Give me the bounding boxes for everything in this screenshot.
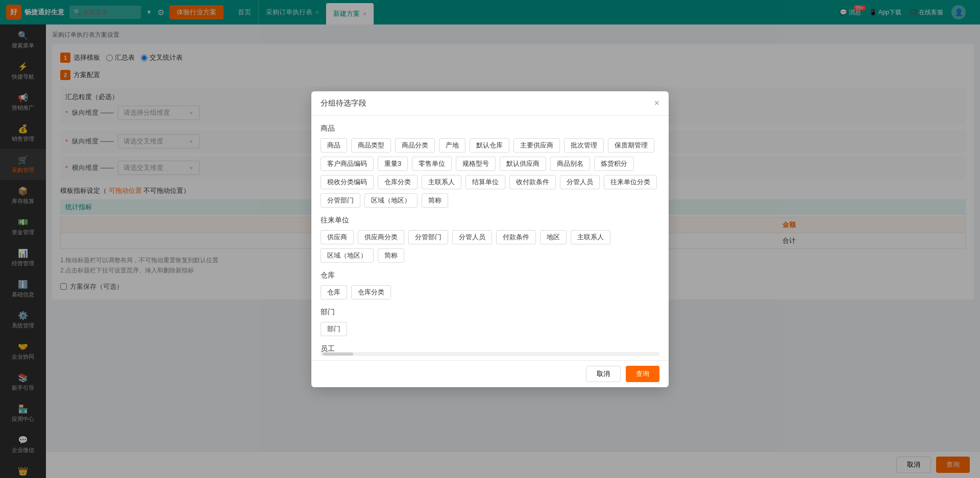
section-employee: 员工 业务员 xyxy=(321,344,659,353)
field-tag-supplier[interactable]: 供应商 xyxy=(321,230,354,244)
modal-hscrollbar[interactable] xyxy=(321,352,659,356)
dept-fields: 部门 xyxy=(321,322,659,336)
partner-fields: 供应商 供应商分类 分管部门 分管人员 付款条件 地区 主联系人 区域（地区） … xyxy=(321,230,659,263)
field-tag-settlement-unit[interactable]: 结算单位 xyxy=(465,175,505,189)
field-tag-batch-mgmt[interactable]: 批次管理 xyxy=(564,138,604,153)
warehouse-fields: 仓库 仓库分类 xyxy=(321,285,659,299)
section-dept-title: 部门 xyxy=(321,308,659,317)
field-tag-shelf-life[interactable]: 保质期管理 xyxy=(608,138,654,153)
field-tag-partner-contact[interactable]: 主联系人 xyxy=(571,230,610,244)
modal-cancel-button[interactable]: 取消 xyxy=(586,366,621,382)
goods-fields: 商品 商品类型 商品分类 产地 默认仓库 主要供应商 批次管理 保质期管理 客户… xyxy=(321,138,659,208)
hscrollbar-thumb[interactable] xyxy=(323,353,353,356)
field-tag-warehouse-category[interactable]: 仓库分类 xyxy=(378,175,418,189)
section-partner-title: 往来单位 xyxy=(321,216,659,225)
field-tag-area[interactable]: 地区 xyxy=(540,230,567,244)
field-tag-warehouse-cat[interactable]: 仓库分类 xyxy=(351,285,391,299)
field-tag-origin[interactable]: 产地 xyxy=(439,138,465,153)
field-tag-retail-unit[interactable]: 零售单位 xyxy=(412,157,452,171)
field-tag-points[interactable]: 炼货积分 xyxy=(594,157,634,171)
modal-header: 分组待选字段 × xyxy=(311,91,669,116)
field-tag-department[interactable]: 部门 xyxy=(321,322,347,336)
field-tag-abbr-partner[interactable]: 简称 xyxy=(378,248,404,263)
field-tag-region-goods[interactable]: 区域（地区） xyxy=(364,193,418,208)
field-tag-spec-model[interactable]: 规格型号 xyxy=(456,157,496,171)
field-tag-goods-type[interactable]: 商品类型 xyxy=(351,138,391,153)
field-tag-tax-code[interactable]: 税收分类编码 xyxy=(321,175,374,189)
section-goods: 商品 商品 商品类型 商品分类 产地 默认仓库 主要供应商 批次管理 保质期管理… xyxy=(321,124,659,208)
field-tag-manager[interactable]: 分管人员 xyxy=(560,175,600,189)
field-tag-region-partner[interactable]: 区域（地区） xyxy=(321,248,374,263)
field-tag-goods[interactable]: 商品 xyxy=(321,138,347,153)
section-department: 部门 部门 xyxy=(321,308,659,336)
field-tag-dept[interactable]: 分管部门 xyxy=(321,193,360,208)
field-tag-main-contact[interactable]: 主联系人 xyxy=(422,175,461,189)
section-partner: 往来单位 供应商 供应商分类 分管部门 分管人员 付款条件 地区 主联系人 区域… xyxy=(321,216,659,263)
section-warehouse: 仓库 仓库 仓库分类 xyxy=(321,271,659,299)
modal-confirm-button[interactable]: 查询 xyxy=(626,366,659,382)
field-tag-partner-dept[interactable]: 分管部门 xyxy=(408,230,448,244)
field-tag-main-supplier[interactable]: 主要供应商 xyxy=(513,138,560,153)
field-tag-payment-terms[interactable]: 收付款条件 xyxy=(509,175,556,189)
field-tag-pay-terms[interactable]: 付款条件 xyxy=(496,230,536,244)
section-goods-title: 商品 xyxy=(321,124,659,133)
field-tag-warehouse[interactable]: 仓库 xyxy=(321,285,347,299)
field-tag-partner-manager[interactable]: 分管人员 xyxy=(452,230,492,244)
field-tag-goods-alias[interactable]: 商品别名 xyxy=(550,157,590,171)
field-tag-customer-code[interactable]: 客户商品编码 xyxy=(321,157,374,171)
modal-overlay: 分组待选字段 × 商品 商品 商品类型 商品分类 产地 默认仓库 主要供应商 批… xyxy=(0,0,980,478)
field-tag-partner-category[interactable]: 往来单位分类 xyxy=(604,175,657,189)
modal-body: 商品 商品 商品类型 商品分类 产地 默认仓库 主要供应商 批次管理 保质期管理… xyxy=(311,116,669,353)
field-tag-goods-category[interactable]: 商品分类 xyxy=(395,138,435,153)
modal-close-icon[interactable]: × xyxy=(654,98,659,108)
field-tag-default-supplier[interactable]: 默认供应商 xyxy=(500,157,546,171)
field-tag-default-warehouse[interactable]: 默认仓库 xyxy=(470,138,509,153)
section-warehouse-title: 仓库 xyxy=(321,271,659,280)
modal-footer: 取消 查询 xyxy=(311,360,669,387)
modal: 分组待选字段 × 商品 商品 商品类型 商品分类 产地 默认仓库 主要供应商 批… xyxy=(311,91,669,387)
field-tag-supplier-category[interactable]: 供应商分类 xyxy=(358,230,404,244)
modal-title: 分组待选字段 xyxy=(321,98,366,108)
section-emp-title: 员工 xyxy=(321,344,659,353)
field-tag-abbr-goods[interactable]: 简称 xyxy=(422,193,448,208)
field-tag-weight3[interactable]: 重量3 xyxy=(378,157,408,171)
